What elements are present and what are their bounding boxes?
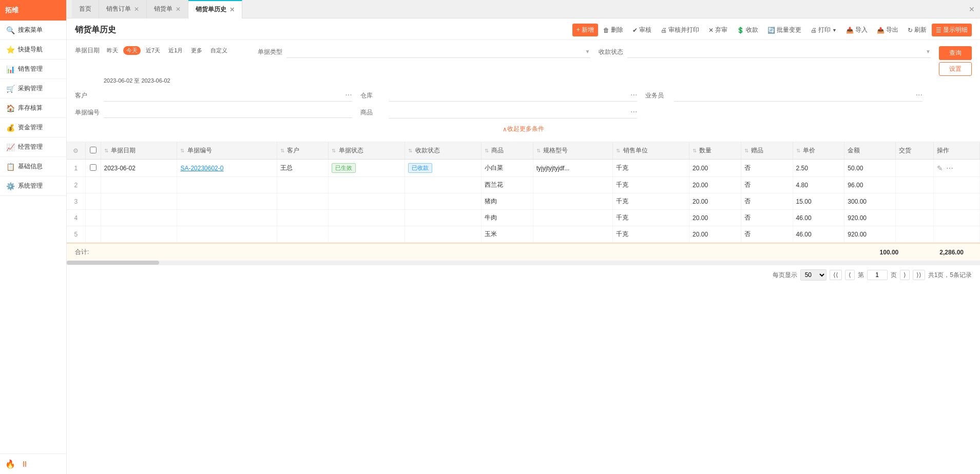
query-button[interactable]: 查询 <box>939 46 972 60</box>
filter-area: 单据日期 昨天 今天 近7天 近1月 更多 自定义 单据类型 ▼ <box>67 40 980 142</box>
audit-print-button[interactable]: 🖨 审核并打印 <box>657 24 703 36</box>
delete-button[interactable]: 🗑 删除 <box>599 24 627 36</box>
more-icon[interactable]: ⋯ <box>946 164 953 172</box>
row-num: 2 <box>67 177 85 193</box>
sidebar-item-sys-mgmt[interactable]: ⚙️ 系统管理 <box>0 176 66 196</box>
customer-ellipsis[interactable]: ··· <box>345 90 352 100</box>
abandon-button[interactable]: ✕ 弃审 <box>704 24 732 36</box>
row-price: 46.00 <box>793 226 844 243</box>
audit-button[interactable]: ✔ 审核 <box>628 24 656 36</box>
doc-no-input[interactable] <box>104 107 352 118</box>
row-spec <box>533 177 612 193</box>
col-date[interactable]: ⇅ 单据日期 <box>101 142 177 160</box>
tab-sales-order[interactable]: 销售订单 ✕ <box>99 0 147 18</box>
tab-close-all-button[interactable]: ✕ <box>969 5 975 13</box>
warehouse-ellipsis[interactable]: ··· <box>630 90 637 100</box>
col-doc-status[interactable]: ⇅ 单据状态 <box>329 142 405 160</box>
import-button[interactable]: 📥 导入 <box>842 24 872 36</box>
doc-type-input[interactable] <box>286 46 585 56</box>
prev-page-button[interactable]: ⟨ <box>845 270 855 280</box>
salesperson-ellipsis[interactable]: ··· <box>916 90 923 100</box>
pause-icon[interactable]: ⏸ <box>21 460 29 469</box>
goods-input[interactable] <box>389 107 628 117</box>
tab-home[interactable]: 首页 <box>72 0 99 18</box>
next-page-button[interactable]: ⟩ <box>900 270 910 280</box>
date-chip-1month[interactable]: 近1月 <box>165 46 186 55</box>
collect-status-input[interactable] <box>627 46 926 56</box>
tab-sales-history[interactable]: 销货单历史 ✕ <box>188 0 242 18</box>
row-date <box>101 210 177 226</box>
col-qty[interactable]: ⇅ 数量 <box>689 142 741 160</box>
col-gift[interactable]: ⇅ 赠品 <box>741 142 793 160</box>
new-button[interactable]: + 新增 <box>572 24 598 36</box>
sidebar-item-ops-mgmt[interactable]: 📈 经营管理 <box>0 137 66 157</box>
row-checkbox-cell <box>85 210 101 226</box>
warehouse-input[interactable] <box>389 90 628 100</box>
date-chip-more[interactable]: 更多 <box>188 46 205 55</box>
tab-sales-goods[interactable]: 销货单 ✕ <box>147 0 188 18</box>
horizontal-scrollbar[interactable] <box>67 261 980 265</box>
fire-icon[interactable]: 🔥 <box>5 459 15 469</box>
sidebar-item-finance-mgmt[interactable]: 💰 资金管理 <box>0 118 66 137</box>
col-collect-status[interactable]: ⇅ 收款状态 <box>405 142 482 160</box>
sort-icon: ⇅ <box>332 148 336 153</box>
edit-icon[interactable]: ✎ <box>937 164 943 172</box>
doc-status-badge: 已生效 <box>332 163 356 173</box>
row-price: 46.00 <box>793 210 844 226</box>
collect-icon: 💲 <box>737 27 744 34</box>
col-spec[interactable]: ⇅ 规格型号 <box>533 142 612 160</box>
data-table: ⚙ ⇅ 单据日期 ⇅ 单据编号 <box>67 142 980 243</box>
tab-sales-history-close[interactable]: ✕ <box>229 6 235 13</box>
date-chip-yesterday[interactable]: 昨天 <box>104 46 121 55</box>
collect-status-dropdown-icon[interactable]: ▼ <box>926 49 931 54</box>
tab-sales-goods-close[interactable]: ✕ <box>176 6 181 13</box>
row-checkbox-cell <box>85 193 101 210</box>
sidebar-item-basic-info[interactable]: 📋 基础信息 <box>0 157 66 176</box>
row-gift: 否 <box>741 160 793 177</box>
date-chip-7days[interactable]: 近7天 <box>143 46 163 55</box>
goods-ellipsis[interactable]: ··· <box>630 107 637 116</box>
settings-gear-icon[interactable]: ⚙ <box>73 147 79 154</box>
col-doc-no[interactable]: ⇅ 单据编号 <box>177 142 277 160</box>
page-number-input[interactable] <box>867 270 888 280</box>
doc-type-dropdown-icon[interactable]: ▼ <box>585 49 590 54</box>
last-page-button[interactable]: ⟩⟩ <box>913 270 925 280</box>
batch-change-button[interactable]: 🔄 批量变更 <box>763 24 805 36</box>
collapse-button[interactable]: ∧ 收起更多条件 <box>75 123 972 135</box>
tab-sales-order-close[interactable]: ✕ <box>134 6 139 13</box>
total-amount: 2,286.00 <box>939 249 964 256</box>
col-goods[interactable]: ⇅ 商品 <box>482 142 533 160</box>
sidebar-item-sales-mgmt[interactable]: 📊 销售管理 <box>0 60 66 79</box>
sidebar-item-purchase-mgmt[interactable]: 🛒 采购管理 <box>0 79 66 98</box>
sidebar-item-inventory[interactable]: 🏠 库存核算 <box>0 98 66 118</box>
scroll-thumb[interactable] <box>67 261 159 265</box>
first-page-button[interactable]: ⟨⟨ <box>830 270 842 280</box>
print-button[interactable]: 🖨 打印 ▼ <box>806 24 841 36</box>
col-settings[interactable]: ⚙ <box>67 142 85 160</box>
row-doc-status <box>329 193 405 210</box>
row-action <box>933 210 979 226</box>
col-unit[interactable]: ⇅ 销售单位 <box>613 142 689 160</box>
sidebar-item-search-menu[interactable]: 🔍 搜索菜单 <box>0 21 66 40</box>
refresh-button[interactable]: ↻ 刷新 <box>904 24 931 36</box>
salesperson-input[interactable] <box>674 90 913 100</box>
collect-button[interactable]: 💲 收款 <box>733 24 762 36</box>
date-chip-today[interactable]: 今天 <box>123 46 141 55</box>
date-chip-custom[interactable]: 自定义 <box>207 46 230 55</box>
export-button[interactable]: 📤 导出 <box>873 24 902 36</box>
row-doc-status <box>329 177 405 193</box>
tab-home-label: 首页 <box>79 5 91 13</box>
select-all-checkbox[interactable] <box>90 147 97 153</box>
doc-no-link[interactable]: SA-20230602-0 <box>180 165 223 172</box>
col-price[interactable]: ⇅ 单价 <box>793 142 844 160</box>
row-trade <box>895 177 933 193</box>
import-icon: 📥 <box>846 27 854 34</box>
customer-input[interactable] <box>104 90 343 100</box>
filter-settings-button[interactable]: 设置 <box>939 62 972 76</box>
per-page-select[interactable]: 50 20 100 <box>800 269 827 281</box>
sort-icon: ⇅ <box>796 148 800 153</box>
col-customer[interactable]: ⇅ 客户 <box>277 142 329 160</box>
show-detail-button[interactable]: ☰ 显示明细 <box>932 24 972 36</box>
row-checkbox[interactable] <box>90 164 97 171</box>
sidebar-item-quick-nav[interactable]: ⭐ 快捷导航 <box>0 40 66 60</box>
